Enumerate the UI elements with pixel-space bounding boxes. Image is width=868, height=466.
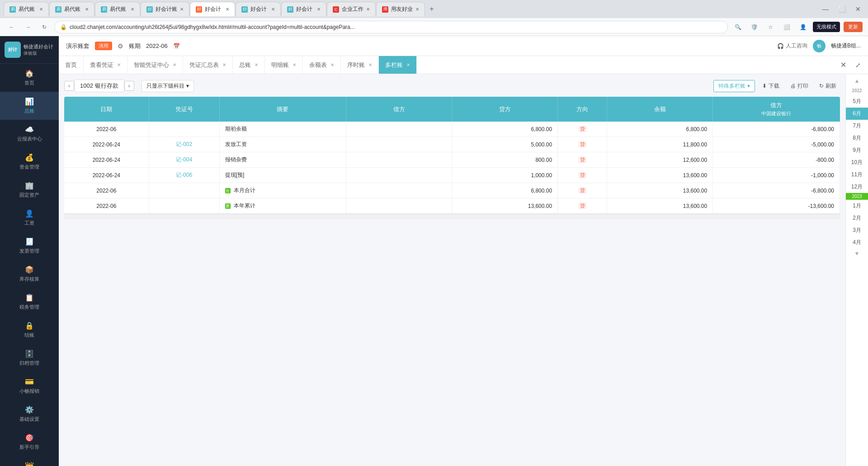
subject-filter[interactable]: 只显示下级科目 ▾ [142, 80, 194, 92]
tab-yidaizhang-2[interactable]: 易 易代账 ✕ [49, 2, 94, 16]
voucher-link[interactable]: 记-006 [176, 172, 192, 178]
calendar-month-july[interactable]: 7月 [846, 120, 868, 132]
tab-close-4[interactable]: ✕ [180, 7, 184, 12]
tab-detail-ledger[interactable]: 明细账 ✕ [265, 56, 303, 74]
calendar-scroll-down[interactable]: ▼ [853, 249, 862, 259]
tab-close-balance[interactable]: ✕ [330, 62, 334, 67]
tab-close-multi-col[interactable]: ✕ [406, 62, 410, 67]
tab-close-8[interactable]: ✕ [366, 7, 370, 12]
tab-close-voucher[interactable]: ✕ [117, 62, 121, 67]
tab-close-7[interactable]: ✕ [317, 7, 321, 12]
tab-seq-ledger[interactable]: 序时账 ✕ [341, 56, 379, 74]
tab-balance[interactable]: 余额表 ✕ [303, 56, 341, 74]
sidebar-item-home[interactable]: 🏠 首页 [0, 64, 59, 92]
sidebar-item-guide[interactable]: 🎯 新手引导 [0, 428, 59, 456]
sidebar-item-expense[interactable]: 💳 小畅报销 [0, 372, 59, 400]
summary-icon: 合 [225, 188, 231, 193]
prev-account-button[interactable]: ‹ [64, 81, 74, 91]
cell-debit [346, 122, 452, 137]
sidebar-item-settings[interactable]: ⚙️ 基础设置 [0, 400, 59, 428]
tab-multi-col[interactable]: 多栏账 ✕ [379, 56, 417, 74]
calendar-scroll-up[interactable]: ▲ [853, 76, 862, 86]
tab-close-3[interactable]: ✕ [131, 7, 134, 12]
sidebar-item-inventory[interactable]: 📦 库存核算 [0, 260, 59, 288]
tab-yonyou-9[interactable]: 用 用友好业 ✕ [376, 2, 425, 16]
sidebar-item-tax[interactable]: 📋 税务管理 [0, 288, 59, 316]
tab-enterprise-8[interactable]: C 企业工作 ✕ [327, 2, 376, 16]
tab-haohuiji-4[interactable]: 好 好会计账 ✕ [141, 2, 189, 16]
update-button[interactable]: 更新 [844, 22, 863, 32]
tab-yidaizhang-3[interactable]: 易 易代账 ✕ [95, 2, 140, 16]
expand-panel-button[interactable]: ⤢ [852, 61, 864, 69]
voucher-link[interactable]: 记-004 [176, 156, 192, 163]
cell-voucher [149, 122, 219, 137]
back-button[interactable]: ← [5, 21, 18, 33]
next-account-button[interactable]: › [124, 81, 134, 91]
calendar-month-december[interactable]: 12月 [846, 181, 868, 193]
tab-smart-voucher[interactable]: 智能凭证中心 ✕ [127, 56, 183, 74]
refresh-button[interactable]: ↻ 刷新 [816, 80, 840, 92]
tab-haohuiji-7[interactable]: 好 好会计 ✕ [281, 2, 326, 16]
sidebar-item-member[interactable]: 👑 畅会员 [0, 456, 59, 466]
tab-home[interactable]: 首页 [59, 56, 84, 74]
multi-col-button[interactable]: 特殊多栏账 ▾ [713, 80, 755, 92]
sidebar-item-archive[interactable]: 🗄️ 归档管理 [0, 344, 59, 372]
tab-close-general-ledger[interactable]: ✕ [255, 62, 258, 67]
tab-voucher[interactable]: 查看凭证 ✕ [84, 56, 127, 74]
calendar-month-october[interactable]: 10月 [846, 156, 868, 169]
calendar-month-september[interactable]: 9月 [846, 144, 868, 156]
tab-close-seq-ledger[interactable]: ✕ [368, 62, 372, 67]
sidebar-item-invoice[interactable]: 🧾 发票管理 [0, 232, 59, 260]
sidebar-item-salary[interactable]: 👤 工资 [0, 204, 59, 232]
calendar-month-feb-2023[interactable]: 2月 [846, 212, 868, 224]
download-button[interactable]: ⬇ 下载 [759, 80, 783, 92]
forward-button[interactable]: → [22, 21, 34, 33]
extension-icon[interactable]: ⬜ [780, 21, 793, 33]
settings-gear-icon[interactable]: ⚙ [118, 42, 123, 50]
demo-badge[interactable]: 演用 [95, 42, 112, 50]
calendar-month-jan-2023[interactable]: 1月 [846, 200, 868, 212]
tab-close-voucher-summary[interactable]: ✕ [222, 62, 226, 67]
tab-yidaizhang-1[interactable]: 易 易代账 ✕ [4, 2, 49, 16]
close-panel-button[interactable]: ✕ [837, 61, 850, 69]
tab-close-5[interactable]: ✕ [226, 7, 229, 12]
calendar-month-august[interactable]: 8月 [846, 132, 868, 144]
refresh-button[interactable]: ↻ [38, 21, 51, 33]
voucher-link[interactable]: 记-002 [176, 141, 192, 147]
tab-haohuiji-6[interactable]: 好 好会计 ✕ [236, 2, 281, 16]
calendar-month-june[interactable]: 6月 [846, 108, 868, 120]
tab-general-ledger[interactable]: 总账 ✕ [233, 56, 265, 74]
calendar-month-november[interactable]: 11月 [846, 169, 868, 181]
print-button[interactable]: 🖨 打印 [787, 80, 812, 92]
user-account-icon[interactable]: 👤 [797, 21, 809, 33]
tab-close-9[interactable]: ✕ [415, 7, 419, 12]
sidebar-item-close-accounts[interactable]: 🔒 结账 [0, 316, 59, 344]
tab-close-1[interactable]: ✕ [39, 7, 43, 12]
tab-voucher-summary[interactable]: 凭证汇总表 ✕ [183, 56, 233, 74]
calendar-month-apr-2023[interactable]: 4月 [846, 236, 868, 249]
user-avatar[interactable]: 畅 [813, 40, 826, 52]
calendar-month-may[interactable]: 5月 [846, 95, 868, 108]
cell-credit: 800.00 [452, 152, 558, 168]
minimize-button[interactable]: — [819, 3, 832, 15]
new-tab-button[interactable]: + [425, 3, 438, 15]
tab-close-detail-ledger[interactable]: ✕ [292, 62, 296, 67]
tab-close-6[interactable]: ✕ [271, 7, 275, 12]
incognito-button[interactable]: 无痕模式 [813, 22, 840, 32]
url-input[interactable]: 🔒 cloud2.chanjet.com/accounting/uh26t264… [54, 21, 728, 33]
consultant-button[interactable]: 🎧 人工咨询 [777, 42, 807, 50]
sidebar-item-fund[interactable]: 💰 资金管理 [0, 148, 59, 176]
star-icon[interactable]: ☆ [764, 21, 777, 33]
sidebar-item-cloud-report[interactable]: ☁️ 云报表中心 [0, 120, 59, 148]
maximize-button[interactable]: ⬜ [835, 3, 848, 15]
tab-haohuiji-5[interactable]: 好 好会计 ✕ [190, 2, 235, 16]
sidebar-item-ledger[interactable]: 📊 总账 [0, 92, 59, 120]
close-button[interactable]: ✕ [852, 3, 864, 15]
tab-close-2[interactable]: ✕ [85, 7, 89, 12]
horizontal-scrollbar[interactable] [64, 214, 840, 219]
search-icon[interactable]: 🔍 [731, 21, 744, 33]
sidebar-item-fixed-asset[interactable]: 🏢 固定资产 [0, 176, 59, 204]
tab-close-smart[interactable]: ✕ [173, 62, 176, 67]
calendar-month-mar-2023[interactable]: 3月 [846, 224, 868, 236]
calendar-icon[interactable]: 📅 [173, 43, 180, 49]
